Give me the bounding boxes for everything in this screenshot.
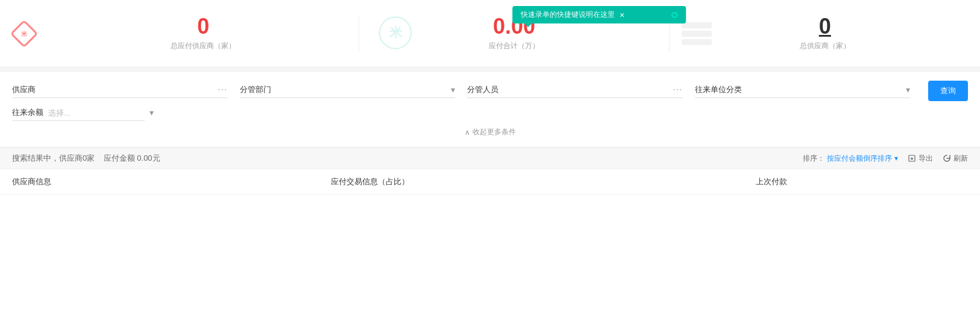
- stat-label-payable: 总应付供应商（家）: [171, 41, 236, 51]
- stat-number-payable: 0: [197, 16, 209, 37]
- filter-balance: 往来余额 ▾: [12, 107, 145, 121]
- export-icon: [908, 154, 916, 163]
- filter-row-1: 供应商 ··· 分管部门 ▾ 分管人员 ··· 往来单位分类 ▾ 查询: [12, 81, 968, 101]
- supplier-dots-button[interactable]: ···: [218, 84, 227, 95]
- col-supplier-label: 供应商信息: [12, 177, 51, 186]
- filter-row-2: 往来余额 ▾: [12, 107, 968, 121]
- unit-class-dropdown-icon[interactable]: ▾: [906, 85, 910, 95]
- result-info: 搜索结果中，供应商0家 应付金额 0.00元: [12, 153, 160, 164]
- export-button[interactable]: 导出: [908, 153, 933, 164]
- supplier-input[interactable]: [40, 85, 218, 94]
- stats-section: 米 0 总应付供应商（家） 米 0.00 应付合计（万） 快速录单的快捷键说明在…: [0, 0, 980, 67]
- sort-label: 排序：: [803, 153, 825, 164]
- svg-text:米: 米: [388, 25, 402, 39]
- sort-value: 按应付会额倒序排序: [827, 153, 892, 164]
- filter-department: 分管部门 ▾: [240, 84, 456, 98]
- sort-select-button[interactable]: 按应付会额倒序排序 ▾: [827, 153, 898, 164]
- table-col-supplier-info: 供应商信息: [12, 176, 331, 187]
- result-actions: 排序： 按应付会额倒序排序 ▾ 导出 刷新: [803, 153, 968, 164]
- sort-control: 排序： 按应付会额倒序排序 ▾: [803, 153, 898, 164]
- refresh-icon: [943, 154, 951, 163]
- refresh-button[interactable]: 刷新: [943, 153, 968, 164]
- manager-dots-button[interactable]: ···: [673, 84, 682, 95]
- col-transaction-label: 应付交易信息（占比）: [331, 177, 409, 186]
- tooltip-text: 快速录单的快捷键说明在这里: [521, 10, 615, 20]
- result-amount: 应付金额 0.00元: [104, 153, 160, 163]
- collapse-button[interactable]: ∧ 收起更多条件: [465, 127, 516, 137]
- export-label: 导出: [919, 153, 933, 164]
- stat-label-total: 应付合计（万）: [489, 41, 539, 51]
- manager-label: 分管人员: [467, 84, 498, 95]
- search-button[interactable]: 查询: [928, 81, 968, 101]
- stat-payable-total: 米 0.00 应付合计（万） 快速录单的快捷键说明在这里 ×: [359, 10, 670, 57]
- filter-unit-class: 往来单位分类 ▾: [695, 84, 911, 98]
- collapse-icon: ∧: [465, 128, 470, 137]
- tooltip-bubble: 快速录单的快捷键说明在这里 ×: [512, 6, 686, 23]
- col-last-payment-label: 上次付款: [756, 177, 787, 186]
- sort-dropdown-icon: ▾: [894, 154, 898, 163]
- refresh-label: 刷新: [953, 153, 968, 164]
- filter-manager: 分管人员 ···: [467, 84, 683, 98]
- filter-supplier: 供应商 ···: [12, 84, 228, 98]
- diamond-icon: 米: [9, 19, 39, 49]
- stat-number-suppliers: 0: [819, 16, 831, 37]
- department-label: 分管部门: [240, 84, 271, 95]
- table-header: 供应商信息 应付交易信息（占比） 上次付款: [0, 169, 980, 195]
- table-col-transaction: 应付交易信息（占比）: [331, 176, 756, 187]
- table-body: [0, 195, 980, 310]
- svg-text:米: 米: [20, 31, 28, 37]
- unit-class-label: 往来单位分类: [695, 84, 742, 95]
- tooltip-dot: [671, 12, 677, 18]
- unit-class-input[interactable]: [747, 85, 906, 94]
- result-bar: 搜索结果中，供应商0家 应付金额 0.00元 排序： 按应付会额倒序排序 ▾ 导…: [0, 147, 980, 169]
- collapse-label: 收起更多条件: [473, 127, 516, 137]
- stat-total-payable-suppliers: 0 总应付供应商（家）: [48, 10, 359, 57]
- filter-section: 供应商 ··· 分管部门 ▾ 分管人员 ··· 往来单位分类 ▾ 查询 往来余额: [0, 72, 980, 147]
- supplier-label: 供应商: [12, 84, 36, 95]
- manager-input[interactable]: [503, 85, 673, 94]
- stat-label-suppliers: 总供应商（家）: [800, 41, 850, 51]
- table-col-last-payment: 上次付款: [756, 176, 968, 187]
- balance-input[interactable]: [48, 108, 149, 117]
- balance-label: 往来余额: [12, 107, 43, 118]
- department-input[interactable]: [276, 85, 451, 94]
- result-supplier-count: 搜索结果中，供应商0家: [12, 153, 95, 163]
- department-dropdown-icon[interactable]: ▾: [451, 85, 455, 95]
- money-icon-bg: 米: [377, 14, 413, 51]
- stat-total-suppliers: 0 总供应商（家）: [670, 10, 980, 57]
- balance-dropdown-icon[interactable]: ▾: [149, 108, 154, 117]
- tooltip-close-button[interactable]: ×: [620, 10, 624, 20]
